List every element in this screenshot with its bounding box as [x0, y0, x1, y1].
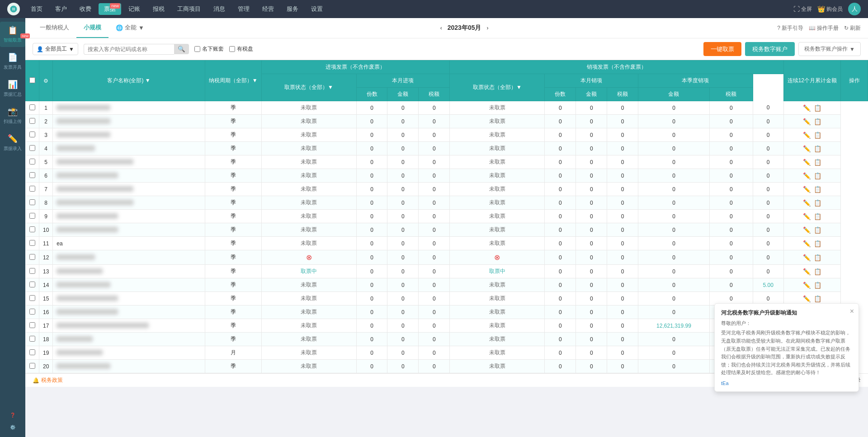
row-checkbox[interactable] — [29, 349, 35, 355]
tea-link[interactable]: tEa — [721, 381, 852, 386]
sidebar-item-scan-upload[interactable]: 📸 扫描上传 — [0, 103, 25, 128]
new-guide-btn[interactable]: ? 新手引导 — [777, 24, 803, 32]
nav-operation[interactable]: 经营 — [257, 3, 279, 15]
next-month-button[interactable]: › — [486, 25, 488, 31]
col-input-status[interactable]: 取票状态（全部）▼ — [261, 74, 356, 101]
sidebar-item-invoice-entry[interactable]: ✏️ 票据录入 — [0, 130, 25, 155]
my-accounts-checkbox[interactable] — [194, 46, 200, 52]
row-checkbox[interactable] — [29, 363, 35, 369]
prev-month-button[interactable]: ‹ — [440, 25, 442, 31]
copy-button[interactable]: 📋 — [814, 118, 821, 125]
row-checkbox[interactable] — [29, 186, 35, 192]
row-checkbox[interactable] — [29, 240, 35, 246]
copy-button[interactable]: 📋 — [814, 172, 821, 179]
edit-button[interactable]: ✏️ — [803, 199, 811, 207]
edit-button[interactable]: ✏️ — [803, 226, 811, 234]
copy-button[interactable]: 📋 — [814, 295, 821, 302]
nav-manage[interactable]: 管理 — [232, 3, 255, 15]
nav-accounting[interactable]: 记账 — [123, 3, 146, 15]
sidebar-item-invoice-summary[interactable]: 📊 票据汇总 — [0, 76, 25, 101]
row-checkbox[interactable] — [29, 254, 35, 260]
checkbox-has-tax-disk[interactable]: 有税盘 — [229, 45, 253, 53]
nav-client[interactable]: 客户 — [50, 3, 72, 15]
row-checkbox[interactable] — [29, 213, 35, 219]
months12-value[interactable]: 5.00 — [763, 282, 774, 288]
edit-button[interactable]: ✏️ — [803, 104, 811, 112]
edit-button[interactable]: ✏️ — [803, 172, 811, 179]
edit-button[interactable]: ✏️ — [803, 132, 811, 139]
row-checkbox[interactable] — [29, 159, 35, 164]
copy-button[interactable]: 📋 — [814, 104, 821, 112]
sidebar-item-invoice-issue[interactable]: 📄 发票开具 — [0, 49, 25, 74]
row-checkbox[interactable] — [29, 322, 35, 328]
employee-select[interactable]: 👤 全部员工 ▼ — [33, 43, 78, 55]
sidebar-item-smart-ticket[interactable]: 📋 智能取票 new — [0, 22, 25, 47]
edit-button[interactable]: ✏️ — [803, 118, 811, 125]
refund-amount-link[interactable]: 12,621,319.99 — [656, 323, 691, 329]
copy-button[interactable]: 📋 — [814, 254, 821, 261]
nav-message[interactable]: 消息 — [208, 3, 231, 15]
has-tax-disk-checkbox[interactable] — [229, 46, 235, 52]
copy-button[interactable]: 📋 — [814, 145, 821, 152]
nav-business[interactable]: 工商项目 — [172, 3, 206, 15]
notification-close-button[interactable]: × — [850, 307, 854, 315]
row-checkbox[interactable] — [29, 309, 35, 315]
row-checkbox[interactable] — [29, 268, 35, 274]
tab-all[interactable]: 🌐 全能 ▼ — [108, 18, 151, 38]
row-checkbox[interactable] — [29, 226, 35, 232]
copy-button[interactable]: 📋 — [814, 199, 821, 207]
select-all-checkbox[interactable] — [29, 77, 35, 83]
manual-btn[interactable]: 📖 操作手册 — [809, 24, 839, 32]
nav-home[interactable]: 首页 — [25, 3, 48, 15]
nav-fee[interactable]: 收费 — [74, 3, 97, 15]
refresh-btn[interactable]: ↻ 刷新 — [844, 24, 861, 32]
sidebar-item-settings[interactable]: ⚙️ — [8, 421, 17, 433]
copy-button[interactable]: 📋 — [814, 268, 821, 275]
copy-button[interactable]: 📋 — [814, 132, 821, 139]
copy-button[interactable]: 📋 — [814, 240, 821, 247]
tax-digital-account-ops-button[interactable]: 税务数字账户操作 ▼ — [798, 42, 861, 56]
edit-button[interactable]: ✏️ — [803, 159, 811, 166]
row-checkbox[interactable] — [29, 336, 35, 342]
tax-digital-account-button[interactable]: 税务数字账户 — [745, 42, 795, 56]
edit-button[interactable]: ✏️ — [803, 295, 811, 302]
nav-settings[interactable]: 设置 — [306, 3, 328, 15]
copy-button[interactable]: 📋 — [814, 282, 821, 289]
sidebar-item-help[interactable]: ❓ — [8, 409, 17, 421]
row-checkbox[interactable] — [29, 118, 35, 124]
copy-button[interactable]: 📋 — [814, 186, 821, 193]
top-nav-right: ⛶ 全屏 👑 购会员 人 — [793, 3, 861, 15]
col-output-status[interactable]: 取票状态（全部）▼ — [450, 74, 545, 101]
row-checkbox[interactable] — [29, 282, 35, 287]
edit-button[interactable]: ✏️ — [803, 240, 811, 247]
tax-policy-link[interactable]: 🔔 税务政策 — [33, 376, 63, 384]
edit-button[interactable]: ✏️ — [803, 213, 811, 220]
row-checkbox[interactable] — [29, 172, 35, 178]
nav-service[interactable]: 服务 — [281, 3, 304, 15]
row-checkbox[interactable] — [29, 295, 35, 301]
row-checkbox[interactable] — [29, 104, 35, 110]
edit-button[interactable]: ✏️ — [803, 282, 811, 289]
row-checkbox[interactable] — [29, 199, 35, 205]
one-click-fetch-button[interactable]: 一键取票 — [703, 42, 741, 56]
settings-icon[interactable]: ⚙ — [43, 78, 48, 84]
copy-button[interactable]: 📋 — [814, 213, 821, 220]
copy-button[interactable]: 📋 — [814, 159, 821, 166]
nav-tax[interactable]: 报税 — [147, 3, 170, 15]
search-button[interactable]: 🔍 — [174, 44, 189, 54]
fullscreen-btn[interactable]: ⛶ 全屏 — [793, 5, 812, 13]
search-input[interactable] — [84, 44, 174, 55]
edit-button[interactable]: ✏️ — [803, 145, 811, 152]
row-checkbox[interactable] — [29, 132, 35, 137]
tab-general-taxpayer[interactable]: 一般纳税人 — [33, 18, 76, 38]
nav-invoice[interactable]: 票据 new — [99, 3, 121, 15]
row-checkbox[interactable] — [29, 145, 35, 151]
tab-small-scale[interactable]: 小规模 — [76, 18, 108, 38]
copy-button[interactable]: 📋 — [814, 226, 821, 234]
edit-button[interactable]: ✏️ — [803, 186, 811, 193]
member-btn[interactable]: 👑 购会员 — [817, 5, 843, 13]
edit-button[interactable]: ✏️ — [803, 268, 811, 275]
edit-button[interactable]: ✏️ — [803, 254, 811, 261]
user-avatar[interactable]: 人 — [848, 3, 861, 15]
checkbox-my-accounts[interactable]: 名下账套 — [194, 45, 224, 53]
